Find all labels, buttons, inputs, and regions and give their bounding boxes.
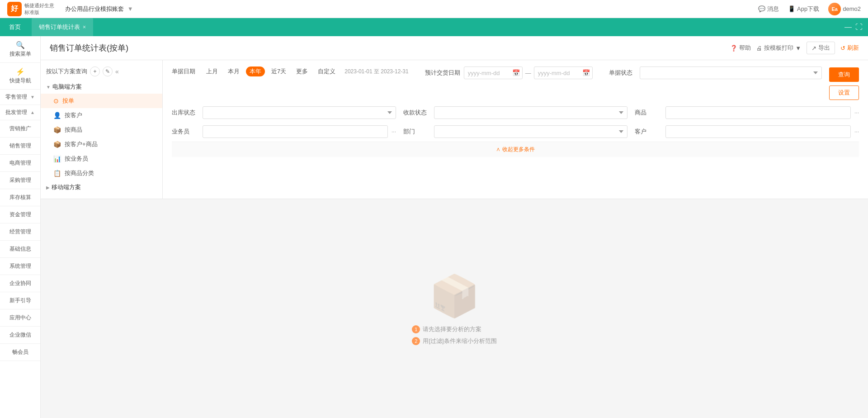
scheme-item-salesman[interactable]: 📊 按业务员 xyxy=(41,152,162,166)
date-shortcut-thisyear[interactable]: 本年 xyxy=(246,66,265,76)
date-shortcuts: 上月 本月 本年 近7天 更多 自定义 2023-01-01 至 2023-12… xyxy=(203,66,409,76)
sidebar-item-search[interactable]: 🔍 搜索菜单 xyxy=(0,36,40,63)
refresh-icon: ↺ xyxy=(840,45,845,52)
setting-button[interactable]: 设置 xyxy=(829,86,859,100)
scheme-order-icon: ⊙ xyxy=(53,97,59,104)
empty-illustration: 📦 xyxy=(429,272,480,320)
salesman-more-icon[interactable]: ··· xyxy=(392,128,396,135)
minimize-button[interactable]: — xyxy=(844,23,852,31)
sidebar-item-retail[interactable]: 零售管理 ▼ xyxy=(0,90,40,105)
app-download-button[interactable]: 📱 App下载 xyxy=(788,5,819,13)
scheme-mobile-arrow-icon: ▶ xyxy=(46,185,50,190)
logo-area: 好 畅捷通好生意 标准版 xyxy=(7,2,54,16)
sidebar-item-operations[interactable]: 经营管理 xyxy=(0,223,40,241)
print-button[interactable]: 🖨 按模板打印 ▼ xyxy=(756,44,801,52)
maximize-button[interactable]: ⛶ xyxy=(855,23,863,31)
tab-bar: 首页 销售订单统计表 × — ⛶ xyxy=(0,18,868,36)
sidebar-item-inventory[interactable]: 库存核算 xyxy=(0,189,40,206)
avatar: Ea xyxy=(828,3,841,15)
refresh-button[interactable]: ↺ 刷新 xyxy=(840,44,859,52)
dept-select[interactable] xyxy=(434,125,627,138)
download-icon: 📱 xyxy=(788,5,795,12)
scheme-item-goods[interactable]: 📦 按商品 xyxy=(41,123,162,137)
sidebar-item-enterprise[interactable]: 企业协同 xyxy=(0,275,40,292)
filter-actions: 查询 设置 xyxy=(829,66,859,100)
app-title: 办公用品行业模拟账套 ▼ xyxy=(65,5,133,13)
salesman-label: 业务员 xyxy=(172,128,199,136)
sidebar-item-appcenter[interactable]: 应用中心 xyxy=(0,309,40,327)
scheme-item-customer[interactable]: 👤 按客户 xyxy=(41,108,162,123)
user-menu[interactable]: Ea demo2 xyxy=(828,3,861,15)
payment-status-select[interactable] xyxy=(434,106,627,119)
scheme-customer-goods-icon: 📦 xyxy=(53,141,61,148)
sidebar-item-ecommerce[interactable]: 电商管理 xyxy=(0,155,40,172)
sidebar-item-sales[interactable]: 销售管理 xyxy=(0,138,40,155)
customer-input[interactable] xyxy=(665,125,851,138)
help-button[interactable]: ❓ 帮助 xyxy=(730,44,751,52)
sidebar-item-marketing[interactable]: 营销推广 xyxy=(0,120,40,138)
hint-num-2: 2 xyxy=(412,337,420,345)
salesman-input[interactable] xyxy=(203,125,388,138)
scheme-group-pc[interactable]: ▼ 电脑端方案 xyxy=(41,80,162,94)
tab-sales-order-stats[interactable]: 销售订单统计表 × xyxy=(32,18,93,36)
scheme-item-customer-goods[interactable]: 📦 按客户+商品 xyxy=(41,137,162,152)
customer-more-icon[interactable]: ··· xyxy=(854,128,859,135)
goods-more-icon[interactable]: ··· xyxy=(854,109,859,116)
main-layout: 🔍 搜索菜单 ⚡ 快捷导航 零售管理 ▼ 批发管理 ▲ 营销推广 销售管理 电商… xyxy=(0,36,868,418)
sidebar-item-member[interactable]: 畅会员 xyxy=(0,344,40,361)
ship-status-label: 出库状态 xyxy=(172,109,199,117)
export-button[interactable]: ↗ 导出 xyxy=(807,42,835,54)
top-bar: 好 畅捷通好生意 标准版 办公用品行业模拟账套 ▼ 💬 消息 📱 App下载 E… xyxy=(0,0,868,18)
query-button[interactable]: 查询 xyxy=(829,67,859,82)
sidebar-item-wholesale[interactable]: 批发管理 ▲ xyxy=(0,105,40,120)
tab-close-button[interactable]: × xyxy=(83,24,86,30)
collapse-panel-button[interactable]: « xyxy=(115,68,119,75)
calendar-start-icon: 📅 xyxy=(512,69,520,76)
date-shortcut-more[interactable]: 更多 xyxy=(292,66,311,76)
message-button[interactable]: 💬 消息 xyxy=(758,5,779,13)
scheme-goods-category-icon: 📋 xyxy=(53,170,61,177)
content-area: 销售订单统计表(按单) ❓ 帮助 🖨 按模板打印 ▼ ↗ 导出 ↺ 刷新 xyxy=(41,36,868,418)
scheme-salesman-icon: 📊 xyxy=(53,155,61,162)
goods-input[interactable] xyxy=(665,106,851,119)
top-bar-left: 好 畅捷通好生意 标准版 办公用品行业模拟账套 ▼ xyxy=(7,2,133,16)
top-bar-right: 💬 消息 📱 App下载 Ea demo2 xyxy=(758,3,861,15)
date-shortcut-thismonth[interactable]: 本月 xyxy=(224,66,243,76)
sidebar: 🔍 搜索菜单 ⚡ 快捷导航 零售管理 ▼ 批发管理 ▲ 营销推广 销售管理 电商… xyxy=(0,36,41,418)
scheme-item-order[interactable]: ⊙ 按单 xyxy=(41,94,162,108)
scheme-group-arrow-icon: ▼ xyxy=(46,85,51,90)
left-panel-header: 按以下方案查询 + ✎ « xyxy=(41,65,162,80)
tab-home[interactable]: 首页 xyxy=(0,18,30,36)
expected-date-end-wrap: 📅 xyxy=(534,66,593,79)
sidebar-item-purchase[interactable]: 采购管理 xyxy=(0,172,40,189)
filter-main: 按以下方案查询 + ✎ « ▼ 电脑端方案 ⊙ 按单 xyxy=(41,60,868,199)
page-actions: ❓ 帮助 🖨 按模板打印 ▼ ↗ 导出 ↺ 刷新 xyxy=(730,42,859,54)
date-shortcut-custom[interactable]: 自定义 xyxy=(314,66,339,76)
sidebar-item-basic[interactable]: 基础信息 xyxy=(0,241,40,258)
collapse-bar[interactable]: ∧ 收起更多条件 xyxy=(172,142,859,157)
doc-status-select[interactable] xyxy=(640,66,822,79)
help-icon: ❓ xyxy=(730,45,737,52)
scheme-item-goods-category[interactable]: 📋 按商品分类 xyxy=(41,166,162,180)
goods-label: 商品 xyxy=(635,109,662,117)
date-shortcut-7days[interactable]: 近7天 xyxy=(268,66,290,76)
scheme-customer-icon: 👤 xyxy=(53,112,61,119)
payment-status-label: 收款状态 xyxy=(403,109,430,117)
sidebar-item-newuser[interactable]: 新手引导 xyxy=(0,292,40,309)
ship-status-select[interactable] xyxy=(203,106,396,119)
retail-arrow-icon: ▼ xyxy=(30,95,35,100)
app-title-arrow[interactable]: ▼ xyxy=(127,5,133,12)
sidebar-item-system[interactable]: 系统管理 xyxy=(0,258,40,275)
print-dropdown-icon[interactable]: ▼ xyxy=(795,45,801,52)
collapse-icon: ∧ xyxy=(496,146,502,152)
left-panel: 按以下方案查询 + ✎ « ▼ 电脑端方案 ⊙ 按单 xyxy=(41,60,163,199)
sidebar-item-quicknav[interactable]: ⚡ 快捷导航 xyxy=(0,63,40,90)
date-shortcut-lastmonth[interactable]: 上月 xyxy=(203,66,222,76)
scheme-group-mobile[interactable]: ▶ 移动端方案 xyxy=(41,180,162,194)
expected-date-label: 预计交货日期 xyxy=(425,69,460,77)
sidebar-item-wechat[interactable]: 企业微信 xyxy=(0,327,40,344)
sidebar-item-finance[interactable]: 资金管理 xyxy=(0,206,40,223)
add-scheme-button[interactable]: + xyxy=(90,66,100,76)
hint-num-1: 1 xyxy=(412,325,420,333)
edit-scheme-button[interactable]: ✎ xyxy=(103,66,113,76)
